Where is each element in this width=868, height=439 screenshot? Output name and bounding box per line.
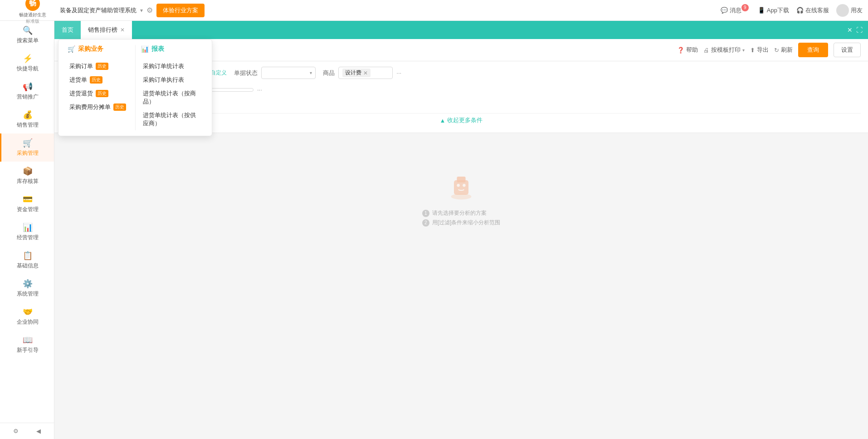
online-service-button[interactable]: 🎧 在线客服 (796, 6, 829, 15)
goods-filter: 商品 设计费 ✕ ··· (323, 67, 401, 79)
avatar (836, 4, 849, 17)
menu-item-stock-in-stat-supplier[interactable]: 进货单统计表（按供应商） (141, 109, 203, 130)
logo-edition: 标准版 (26, 18, 39, 25)
tab-fullscreen-icon[interactable]: ⛶ (856, 26, 863, 34)
settings-button[interactable]: 设置 (834, 43, 861, 57)
collapse-label: 收起更多条件 (447, 116, 483, 124)
inventory-icon: 📦 (23, 166, 33, 176)
menu-item-stock-in-stat-goods-label: 进货单统计表（按商品） (143, 89, 201, 106)
sidebar-item-basic[interactable]: 📋 基础信息 (0, 246, 54, 274)
sidebar-label-purchase: 采购管理 (17, 149, 39, 157)
goods-tag-input[interactable]: 设计费 ✕ (338, 67, 393, 79)
history-badge-4: 历史 (113, 104, 126, 111)
sidebar-item-search[interactable]: 🔍 搜索菜单 (0, 21, 54, 49)
empty-hint-2: 2 用[过滤]条件来缩小分析范围 (422, 219, 501, 227)
tab-close-all-icon[interactable]: ✕ (847, 26, 853, 34)
goods-tag: 设计费 ✕ (342, 69, 371, 77)
menu-item-purchase-order[interactable]: 采购订单 历史 (68, 59, 130, 73)
query-button[interactable]: 查询 (798, 43, 828, 57)
system-icon: ⚙️ (23, 279, 33, 289)
salesman-ellipsis[interactable]: ··· (257, 86, 262, 93)
sidebar-item-system[interactable]: ⚙️ 系统管理 (0, 274, 54, 302)
menu-item-purchase-order-stat[interactable]: 采购订单统计表 (141, 59, 203, 73)
sidebar-label-marketing: 营销推广 (17, 93, 39, 101)
sidebar-label-basic: 基础信息 (17, 262, 39, 270)
menu-item-stock-in[interactable]: 进货单 历史 (68, 73, 130, 87)
guide-icon: 📖 (23, 335, 33, 345)
tab-actions: ✕ ⛶ (842, 21, 868, 39)
menu-item-stock-return-label: 进货退货 (69, 89, 93, 98)
finance-icon: 💳 (23, 194, 33, 204)
export-button[interactable]: ⬆ 导出 (750, 46, 769, 54)
menu-item-stock-return[interactable]: 进货退货 历史 (68, 87, 130, 100)
logo-tagline: 畅捷通好生意 (19, 12, 46, 18)
refresh-button[interactable]: ↻ 刷新 (774, 46, 793, 54)
refresh-icon: ↻ (774, 47, 779, 54)
header-middle: 装备及固定资产辅助管理系统 ▾ ⚙ 体验行业方案 (60, 4, 721, 17)
sidebar-settings-icon[interactable]: ⚙ (13, 428, 19, 434)
print-icon: 🖨 (703, 47, 709, 54)
message-button[interactable]: 💬 消息 9 (721, 6, 751, 15)
logo-icon: 畅 (25, 0, 40, 11)
help-icon: ❓ (677, 47, 684, 54)
sidebar-bottom: ⚙ ◀ (0, 423, 54, 439)
menu-section-purchase: 🛒 采购业务 采购订单 历史 进货单 历史 进货退货 历史 采购费用分摊单 历史 (64, 45, 133, 130)
sidebar-item-corp[interactable]: 🤝 企业协同 (0, 302, 54, 330)
tab-sales-rank[interactable]: 销售排行榜 ✕ (81, 21, 132, 39)
sidebar-item-quick[interactable]: ⚡ 快捷导航 (0, 49, 54, 77)
svg-point-4 (463, 184, 465, 187)
message-badge: 9 (741, 4, 749, 11)
sidebar-item-purchase[interactable]: 🛒 采购管理 (0, 133, 54, 162)
history-badge-1: 历史 (96, 63, 108, 70)
sidebar-label-finance: 资金管理 (17, 206, 39, 213)
system-dropdown-arrow[interactable]: ▾ (140, 7, 143, 14)
tab-spacer (132, 21, 842, 39)
sidebar-item-marketing[interactable]: 📢 营销推广 (0, 77, 54, 105)
history-badge-3: 历史 (96, 90, 108, 97)
sidebar-collapse-icon[interactable]: ◀ (36, 428, 41, 434)
gear-icon[interactable]: ⚙ (146, 6, 153, 15)
help-button[interactable]: ❓ 帮助 (677, 46, 698, 54)
tab-close-icon[interactable]: ✕ (120, 27, 125, 33)
sidebar-item-inventory[interactable]: 📦 库存核算 (0, 162, 54, 190)
header-right: 💬 消息 9 📱 App下载 🎧 在线客服 用友 (721, 4, 863, 17)
menu-item-stock-in-label: 进货单 (69, 76, 87, 84)
menu-item-purchase-order-exec[interactable]: 采购订单执行表 (141, 73, 203, 87)
menu-item-purchase-expense[interactable]: 采购费用分摊单 历史 (68, 100, 130, 114)
sidebar-label-inventory: 库存核算 (17, 178, 39, 185)
goods-ellipsis[interactable]: ··· (396, 69, 401, 76)
top-header: 畅 畅捷通好生意 标准版 装备及固定资产辅助管理系统 ▾ ⚙ 体验行业方案 💬 … (0, 0, 868, 21)
search-icon: 🔍 (23, 25, 33, 35)
logo-area: 畅 畅捷通好生意 标准版 (5, 0, 60, 25)
svg-rect-2 (457, 177, 465, 183)
doc-status-label: 单据状态 (234, 69, 258, 77)
basic-icon: 📋 (23, 251, 33, 261)
menu-item-purchase-order-label: 采购订单 (69, 62, 93, 70)
tab-bar: 首页 销售排行榜 ✕ ✕ ⛶ (54, 21, 868, 39)
sidebar-item-operation[interactable]: 📊 经营管理 (0, 218, 54, 246)
sidebar-item-guide[interactable]: 📖 新手引导 (0, 330, 54, 359)
doc-status-select[interactable] (261, 67, 316, 79)
print-button[interactable]: 🖨 按模板打印 ▾ (703, 46, 745, 54)
goods-label: 商品 (323, 69, 335, 77)
menu-section-report-title: 📊 报表 (141, 45, 203, 55)
empty-illustration (443, 169, 479, 206)
sidebar-item-finance[interactable]: 💳 资金管理 (0, 190, 54, 218)
industry-button[interactable]: 体验行业方案 (156, 4, 205, 17)
user-profile-button[interactable]: 用友 (836, 4, 863, 17)
goods-tag-close[interactable]: ✕ (363, 70, 368, 76)
quick-icon: ⚡ (23, 54, 33, 64)
menu-section-purchase-title: 🛒 采购业务 (68, 45, 130, 55)
sidebar-label-corp: 企业协同 (17, 318, 39, 326)
print-dropdown-arrow[interactable]: ▾ (742, 48, 745, 53)
sales-icon: 💰 (23, 110, 33, 120)
app-download-button[interactable]: 📱 App下载 (758, 6, 789, 15)
menu-item-stock-in-stat-supplier-label: 进货单统计表（按供应商） (143, 111, 201, 128)
sidebar-label-search: 搜索菜单 (17, 37, 39, 44)
mobile-icon: 📱 (758, 7, 765, 14)
quick-date-custom[interactable]: 自定义 (210, 69, 227, 77)
tab-home-label: 首页 (62, 26, 73, 34)
menu-divider (135, 45, 136, 130)
sidebar-item-sales[interactable]: 💰 销售管理 (0, 105, 54, 133)
menu-item-stock-in-stat-goods[interactable]: 进货单统计表（按商品） (141, 87, 203, 109)
